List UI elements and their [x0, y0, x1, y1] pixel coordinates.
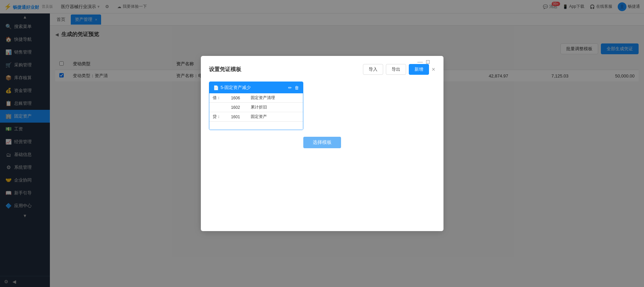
credit-code-1: 1601: [227, 112, 247, 122]
modal-overlay: — ⊡ 设置凭证模板 导入 导出 新增 × 📄 5-固定资产减少: [0, 0, 644, 287]
new-template-button[interactable]: 新增: [409, 64, 429, 75]
select-template-button[interactable]: 选择模板: [303, 137, 341, 148]
template-delete-icon[interactable]: 🗑: [295, 85, 299, 90]
template-edit-icon[interactable]: ✏: [288, 85, 292, 90]
modal-close-button[interactable]: ×: [432, 66, 435, 73]
template-name: 5-固定资产减少: [221, 85, 251, 91]
template-debit-row-2: 1602 累计折旧: [209, 103, 303, 112]
modal-actions: 导入 导出 新增: [363, 64, 429, 75]
debit-code-2: 1602: [227, 103, 247, 112]
template-credit-row-1: 贷： 1601 固定资产: [209, 112, 303, 122]
template-card-body: 借： 1606 固定资产清理 1602 累计折旧: [209, 93, 303, 130]
export-button[interactable]: 导出: [386, 64, 406, 75]
template-header-left: 📄 5-固定资产减少: [213, 85, 251, 91]
template-detail-table: 借： 1606 固定资产清理 1602 累计折旧: [209, 93, 303, 130]
debit-code-1: 1606: [227, 93, 247, 103]
credit-name-1: 固定资产: [247, 112, 286, 122]
window-minimize-button[interactable]: —: [418, 59, 423, 65]
modal-header: 设置凭证模板 导入 导出 新增 ×: [209, 64, 435, 75]
debit-name-1: 固定资产清理: [247, 93, 286, 103]
modal: — ⊡ 设置凭证模板 导入 导出 新增 × 📄 5-固定资产减少: [201, 56, 443, 231]
window-controls: — ⊡: [418, 59, 430, 65]
debit-name-2: 累计折旧: [247, 103, 286, 112]
debit-label: 借：: [209, 93, 228, 103]
template-empty-row: [209, 122, 303, 130]
import-button[interactable]: 导入: [363, 64, 383, 75]
window-maximize-button[interactable]: ⊡: [426, 59, 430, 65]
template-doc-icon: 📄: [213, 85, 219, 90]
modal-title: 设置凭证模板: [209, 66, 241, 73]
template-header-icons: ✏ 🗑: [288, 85, 299, 90]
template-card-header: 📄 5-固定资产减少 ✏ 🗑: [209, 82, 303, 93]
credit-label: 贷：: [209, 112, 228, 122]
template-card: 📄 5-固定资产减少 ✏ 🗑 借： 1606 固定资产清: [209, 82, 303, 130]
template-debit-row-1: 借： 1606 固定资产清理: [209, 93, 303, 103]
